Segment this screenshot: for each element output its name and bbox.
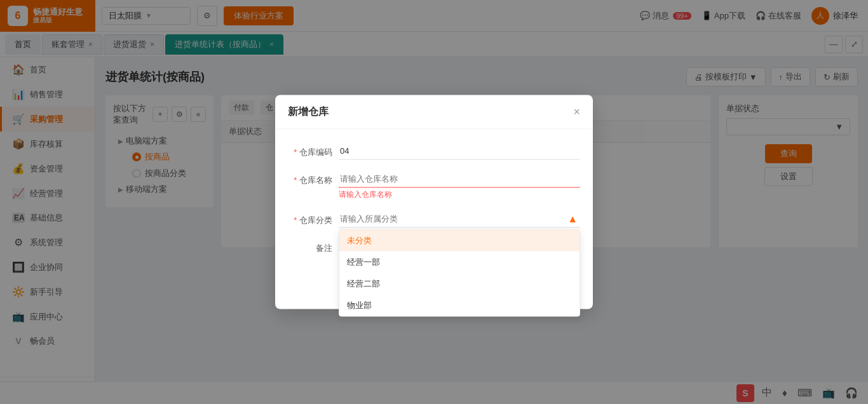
name-error-msg: 请输入仓库名称 [339, 189, 580, 200]
code-field-row: 仓库编码 [288, 142, 580, 160]
category-dropdown: 未分类 经营一部 经营二部 物业部 [339, 229, 580, 317]
name-control: 请输入仓库名称 [339, 170, 580, 200]
category-field-row: 仓库分类 ▲ 未分类 经营一部 经营二部 物业部 [288, 210, 580, 228]
category-input-row: ▲ [339, 210, 580, 228]
modal-body: 仓库编码 仓库名称 请输入仓库名称 仓库分类 ▲ [275, 130, 593, 273]
modal-title: 新增仓库 [288, 105, 329, 119]
dropdown-item-3[interactable]: 物业部 [339, 295, 580, 316]
name-field-row: 仓库名称 请输入仓库名称 [288, 170, 580, 200]
code-input[interactable] [339, 142, 580, 160]
dropdown-item-1[interactable]: 经营一部 [339, 252, 580, 273]
code-label: 仓库编码 [288, 142, 339, 158]
category-input[interactable] [339, 210, 565, 227]
dropdown-item-2[interactable]: 经营二部 [339, 273, 580, 295]
code-control [339, 142, 580, 160]
dropdown-item-0[interactable]: 未分类 [339, 230, 580, 252]
add-warehouse-modal: 新增仓库 × 仓库编码 仓库名称 请输入仓库名称 仓库分类 [275, 95, 593, 309]
name-input[interactable] [339, 170, 580, 188]
category-label: 仓库分类 [288, 210, 339, 226]
modal-header: 新增仓库 × [275, 95, 593, 130]
category-control: ▲ 未分类 经营一部 经营二部 物业部 [339, 210, 580, 228]
category-toggle-button[interactable]: ▲ [565, 210, 580, 227]
modal-close-button[interactable]: × [573, 105, 580, 119]
name-label: 仓库名称 [288, 170, 339, 186]
note-label: 备注 [288, 238, 339, 254]
